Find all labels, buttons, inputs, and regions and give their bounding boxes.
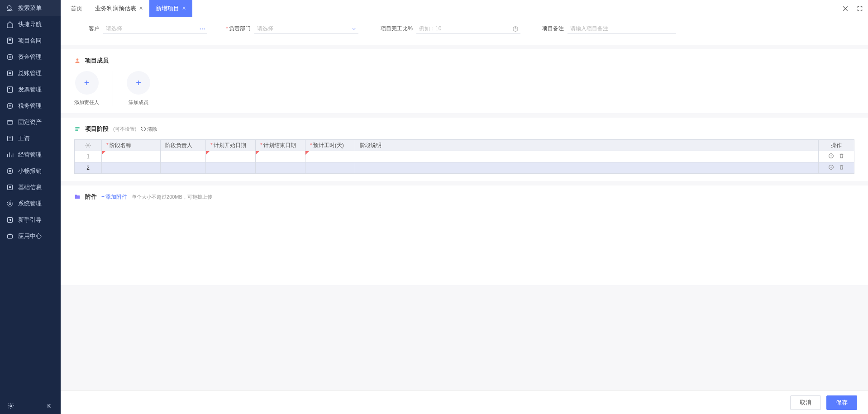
stages-table: *阶段名称 阶段负责人 *计划开始日期 *计划结束日期 *预计工时(天) 阶段说… (74, 139, 818, 174)
cell-desc[interactable] (355, 162, 818, 174)
table-row[interactable]: 2 (75, 162, 818, 174)
svg-point-0 (8, 6, 11, 10)
sidebar-item-label: 基础信息 (18, 183, 42, 191)
cell-name[interactable] (102, 151, 161, 162)
help-icon[interactable] (512, 26, 519, 32)
svg-rect-31 (75, 127, 79, 128)
cell-end[interactable] (256, 151, 305, 162)
field-dept: *负责部门 (225, 24, 358, 34)
sidebar-item-project-contract[interactable]: 项目合同 (0, 33, 61, 49)
svg-rect-32 (75, 129, 78, 131)
sidebar-item-quicknav[interactable]: 快捷导航 (0, 16, 61, 33)
svg-point-22 (9, 203, 11, 205)
sidebar-item-label: 应用中心 (18, 232, 42, 240)
content: 客户 ··· *负责部门 项目完工比% (61, 17, 868, 414)
members-section: 项目成员 + 添加责任人 + 添加成员 (61, 49, 868, 113)
customer-select[interactable] (103, 24, 207, 34)
file-icon (6, 37, 14, 44)
tab-new-project[interactable]: 新增项目 ✕ (149, 0, 192, 17)
cell-end[interactable] (256, 162, 305, 174)
table-row[interactable]: 1 (75, 151, 818, 162)
remark-input[interactable] (568, 24, 676, 34)
salary-icon (6, 135, 14, 142)
sidebar-item-assets[interactable]: 固定资产 (0, 114, 61, 130)
sidebar-item-tax[interactable]: 税务管理 (0, 98, 61, 114)
sidebar-item-system[interactable]: 系统管理 (0, 195, 61, 212)
asset-icon (6, 119, 14, 126)
close-icon[interactable]: ✕ (139, 5, 143, 11)
info-icon (6, 184, 14, 191)
gear-header[interactable] (75, 140, 102, 151)
sidebar-item-guide[interactable]: 新手引导 (0, 212, 61, 228)
col-hours: *预计工时(天) (305, 140, 355, 151)
field-label: 项目完工比% (377, 25, 413, 33)
biz-icon (6, 151, 14, 158)
person-icon (74, 57, 81, 64)
settings-icon[interactable] (6, 401, 15, 410)
add-owner-label: 添加责任人 (74, 99, 99, 106)
cancel-button[interactable]: 取消 (790, 395, 821, 410)
sidebar-item-label: 总账管理 (18, 69, 42, 77)
cell-start[interactable] (206, 151, 256, 162)
cell-owner[interactable] (161, 151, 206, 162)
section-hint: (可不设置) (113, 126, 136, 133)
tab-label: 首页 (71, 5, 82, 13)
cell-start[interactable] (206, 162, 256, 174)
sidebar-item-appcenter[interactable]: 应用中心 (0, 228, 61, 244)
save-button[interactable]: 保存 (826, 395, 857, 410)
delete-row-icon[interactable] (839, 153, 844, 159)
sidebar-item-search[interactable]: 搜索菜单 (0, 0, 61, 16)
row-index: 2 (75, 162, 102, 174)
sidebar-footer (0, 398, 61, 414)
add-owner-button[interactable]: + (75, 71, 99, 95)
system-icon (6, 200, 14, 207)
completion-input[interactable] (416, 24, 520, 34)
tabbar: 首页 业务利润预估表 ✕ 新增项目 ✕ (61, 0, 868, 17)
svg-text:¥: ¥ (9, 55, 11, 59)
svg-rect-14 (7, 121, 13, 124)
cell-owner[interactable] (161, 162, 206, 174)
delete-row-icon[interactable] (839, 164, 844, 170)
section-title: 项目阶段 (85, 125, 109, 133)
close-icon[interactable]: ✕ (182, 5, 186, 11)
add-row-icon[interactable] (828, 153, 834, 159)
field-remark: 项目备注 (539, 24, 676, 34)
app-icon (6, 233, 14, 240)
fullscreen-icon[interactable] (855, 4, 864, 13)
add-row-icon[interactable] (828, 164, 834, 170)
table-row (819, 151, 854, 162)
collapse-icon[interactable] (45, 401, 54, 410)
sidebar-item-ledger[interactable]: 总账管理 (0, 65, 61, 81)
sidebar-item-basicinfo[interactable]: 基础信息 (0, 179, 61, 195)
col-ops: 操作 (819, 140, 854, 151)
dept-select[interactable] (254, 24, 358, 34)
home-icon (6, 21, 14, 28)
col-name: *阶段名称 (102, 140, 161, 151)
sidebar-item-salary[interactable]: 工资 (0, 130, 61, 147)
sidebar-item-label: 资金管理 (18, 53, 42, 61)
sidebar-item-funds[interactable]: ¥ 资金管理 (0, 49, 61, 65)
cell-desc[interactable] (355, 151, 818, 162)
stage-icon (74, 126, 81, 132)
sidebar-item-label: 小畅报销 (18, 167, 42, 175)
cell-hours[interactable] (305, 162, 355, 174)
add-member-button[interactable]: + (127, 71, 150, 95)
cell-name[interactable] (102, 162, 161, 174)
sidebar-item-expense[interactable]: 小畅报销 (0, 163, 61, 179)
add-member: + 添加成员 (127, 71, 150, 106)
sidebar-item-label: 经营管理 (18, 151, 42, 159)
section-title: 附件 (85, 193, 97, 201)
sidebar-item-label: 新手引导 (18, 216, 42, 224)
sidebar-item-invoice[interactable]: 发票管理 (0, 81, 61, 98)
add-attachment-button[interactable]: + 添加附件 (101, 193, 127, 201)
tab-home[interactable]: 首页 (64, 0, 89, 17)
expense-icon (6, 167, 14, 175)
stages-section: 项目阶段 (可不设置) 清除 *阶段名称 阶段负责人 (61, 118, 868, 181)
clear-button[interactable]: 清除 (141, 126, 157, 133)
close-panel-icon[interactable] (841, 4, 850, 13)
sidebar-item-label: 发票管理 (18, 86, 42, 94)
sidebar-item-business[interactable]: 经营管理 (0, 147, 61, 163)
col-end: *计划结束日期 (256, 140, 305, 151)
tab-profit-estimate[interactable]: 业务利润预估表 ✕ (89, 0, 149, 17)
cell-hours[interactable] (305, 151, 355, 162)
